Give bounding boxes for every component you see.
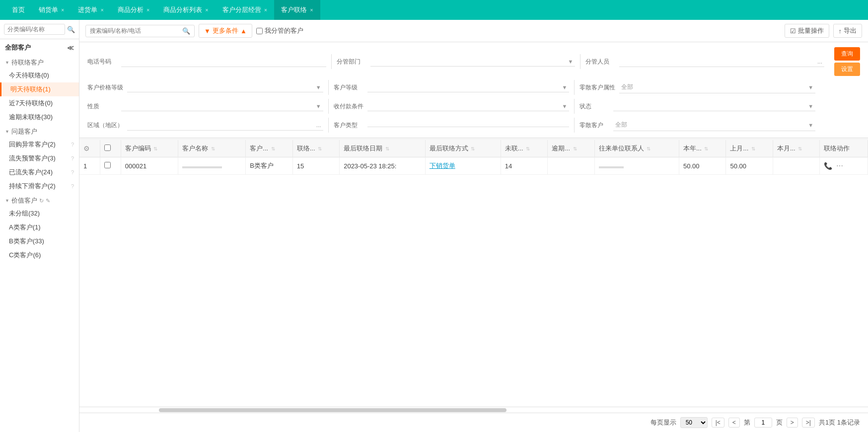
sidebar-search-input[interactable] xyxy=(4,24,65,35)
sidebar-collapse-icon[interactable]: ≪ xyxy=(67,44,74,52)
cell-checkbox[interactable] xyxy=(100,157,121,175)
col-last-month[interactable]: 上月... ⇅ xyxy=(726,140,773,157)
status-select[interactable]: ▼ xyxy=(613,102,815,111)
sidebar-item-ungrouped[interactable]: 未分组(32) xyxy=(0,207,79,220)
col-contact[interactable]: 联络... ⇅ xyxy=(292,140,339,157)
help-icon-churn[interactable]: ? xyxy=(71,155,74,161)
retail-attr-select[interactable]: 全部 ▼ xyxy=(619,81,815,93)
col-code-sort-icon[interactable]: ⇅ xyxy=(153,146,157,151)
search-button[interactable]: 🔍 xyxy=(182,27,190,35)
my-customers-checkbox[interactable] xyxy=(256,28,263,34)
manager-more-icon[interactable]: ... xyxy=(817,58,822,65)
nav-home[interactable]: 首页 xyxy=(5,0,32,20)
last-method-link[interactable]: 下销货单 xyxy=(430,162,455,169)
sidebar-item-tomorrow-pending[interactable]: 明天待联络(1) xyxy=(0,82,79,96)
col-last-date-sort-icon[interactable]: ⇅ xyxy=(385,146,389,151)
sidebar-item-overdue-pending[interactable]: 逾期未联络(30) xyxy=(0,110,79,124)
help-icon-repurchase[interactable]: ? xyxy=(71,142,74,147)
col-last-date[interactable]: 最后联络日期 ⇅ xyxy=(340,140,426,157)
col-not-contacted-sort-icon[interactable]: ⇅ xyxy=(526,146,530,151)
close-product-analysis-icon[interactable]: × xyxy=(146,7,149,13)
close-purchase-order-icon[interactable]: × xyxy=(100,7,103,13)
col-name[interactable]: 客户名称 ⇅ xyxy=(178,140,246,157)
my-customers-checkbox-label[interactable]: 我分管的客户 xyxy=(256,26,303,35)
customer-value-select[interactable]: ▼ xyxy=(127,83,323,92)
col-settings[interactable]: ⚙ xyxy=(79,140,100,157)
nature-select[interactable]: ▼ xyxy=(121,102,323,111)
row-action-phone-icon[interactable]: 📞 xyxy=(824,162,832,170)
search-box[interactable]: 🔍 xyxy=(85,25,195,37)
col-name-sort-icon[interactable]: ⇅ xyxy=(211,146,215,151)
prev-page-button[interactable]: < xyxy=(728,418,740,428)
phone-input[interactable] xyxy=(121,57,326,67)
col-contact-sort-icon[interactable]: ⇅ xyxy=(318,146,322,151)
col-code[interactable]: 客户编码 ⇅ xyxy=(121,140,178,157)
region-more-icon[interactable]: ... xyxy=(316,122,321,129)
col-this-year-sort-icon[interactable]: ⇅ xyxy=(704,146,708,151)
next-page-button[interactable]: > xyxy=(787,418,798,428)
close-product-analysis-list-icon[interactable]: × xyxy=(205,7,208,13)
row-action-more-icon[interactable]: ⋯ xyxy=(836,162,843,170)
sidebar-item-7day-pending[interactable]: 近7天待联络(0) xyxy=(0,96,79,110)
nav-product-analysis-list[interactable]: 商品分析列表 × xyxy=(156,0,215,20)
sidebar-item-c-class[interactable]: C类客户(6) xyxy=(0,248,79,262)
customer-type-select[interactable] xyxy=(367,124,570,127)
retail-customer-select[interactable]: 全部 ▼ xyxy=(613,119,815,131)
horizontal-scrollbar[interactable] xyxy=(79,407,868,413)
more-filter-button[interactable]: ▼ 更多条件 ▲ xyxy=(199,24,252,38)
dept-select[interactable]: ▼ xyxy=(370,57,576,67)
col-type[interactable]: 客户... ⇅ xyxy=(246,140,292,157)
help-icon-lost[interactable]: ? xyxy=(71,169,74,175)
sidebar-item-today-pending[interactable]: 今天待联络(0) xyxy=(0,69,79,82)
row-checkbox[interactable] xyxy=(104,162,111,168)
nav-product-analysis[interactable]: 商品分析 × xyxy=(111,0,156,20)
col-overdue[interactable]: 逾期... ⇅ xyxy=(548,140,594,157)
first-page-button[interactable]: |< xyxy=(712,418,724,428)
col-this-month-sort-icon[interactable]: ⇅ xyxy=(798,146,802,151)
col-contacts-person[interactable]: 往来单位联系人 ⇅ xyxy=(594,140,679,157)
close-sales-order-icon[interactable]: × xyxy=(61,7,64,13)
payment-select[interactable]: ▼ xyxy=(367,102,570,111)
page-number-input[interactable] xyxy=(754,418,772,428)
col-checkbox[interactable] xyxy=(100,140,121,157)
col-last-method-sort-icon[interactable]: ⇅ xyxy=(471,146,475,151)
value-group-edit-icon[interactable]: ✎ xyxy=(46,198,50,204)
col-overdue-sort-icon[interactable]: ⇅ xyxy=(573,146,577,151)
value-group-refresh-icon[interactable]: ↻ xyxy=(39,198,44,204)
batch-operation-button[interactable]: ☑ 批量操作 xyxy=(785,24,829,38)
nav-customer-contact[interactable]: 客户联络 × xyxy=(274,0,320,20)
customer-grade-select[interactable]: ▼ xyxy=(367,83,570,92)
col-not-contacted[interactable]: 未联... ⇅ xyxy=(501,140,547,157)
col-settings-gear-icon[interactable]: ⚙ xyxy=(83,144,90,152)
close-customer-segmentation-icon[interactable]: × xyxy=(264,7,267,13)
sidebar-item-a-class[interactable]: A类客户(1) xyxy=(0,220,79,234)
sidebar-item-lost-customers[interactable]: 已流失客户(24) ? xyxy=(0,165,79,179)
query-button[interactable]: 查询 xyxy=(834,47,860,61)
sidebar-item-repurchase-abnormal[interactable]: 回购异常客户(2) ? xyxy=(0,138,79,151)
scrollbar-thumb[interactable] xyxy=(159,408,506,412)
sidebar-item-declining[interactable]: 持续下滑客户(2) ? xyxy=(0,179,79,193)
nav-sales-order[interactable]: 销货单 × xyxy=(32,0,71,20)
col-type-sort-icon[interactable]: ⇅ xyxy=(271,146,275,151)
col-this-year[interactable]: 本年... ⇅ xyxy=(679,140,725,157)
col-last-month-sort-icon[interactable]: ⇅ xyxy=(751,146,755,151)
sidebar-item-churn-warning[interactable]: 流失预警客户(3) ? xyxy=(0,151,79,165)
search-input[interactable] xyxy=(90,27,182,34)
nav-purchase-order[interactable]: 进货单 × xyxy=(71,0,110,20)
col-last-method[interactable]: 最后联络方式 ⇅ xyxy=(425,140,501,157)
col-this-month[interactable]: 本月... ⇅ xyxy=(773,140,819,157)
select-all-checkbox[interactable] xyxy=(104,144,111,151)
sidebar-search-icon[interactable]: 🔍 xyxy=(67,26,75,33)
help-icon-declining[interactable]: ? xyxy=(71,183,74,189)
export-button[interactable]: ↑ 导出 xyxy=(833,24,863,38)
region-select[interactable]: ... xyxy=(127,120,323,131)
close-customer-contact-icon[interactable]: × xyxy=(310,7,313,13)
cell-last-method[interactable]: 下销货单 xyxy=(425,157,501,175)
sidebar-item-b-class[interactable]: B类客户(33) xyxy=(0,234,79,248)
col-contacts-person-sort-icon[interactable]: ⇅ xyxy=(647,146,651,151)
manager-select[interactable]: ... xyxy=(619,57,824,67)
nav-customer-segmentation[interactable]: 客户分层经营 × xyxy=(216,0,274,20)
last-page-button[interactable]: >| xyxy=(802,418,815,428)
page-size-select[interactable]: 50 100 200 xyxy=(680,417,708,428)
settings-button[interactable]: 设置 xyxy=(834,63,860,76)
